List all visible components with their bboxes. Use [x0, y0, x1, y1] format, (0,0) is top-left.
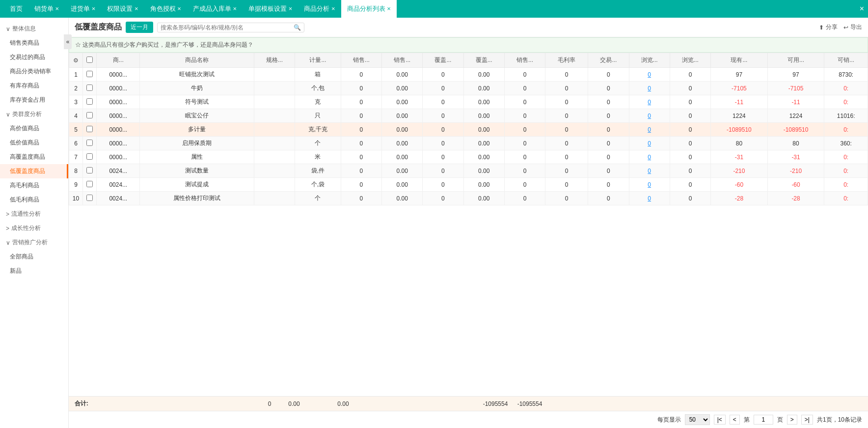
col-sales3[interactable]: 销售... — [504, 53, 545, 68]
last-page-button[interactable]: >| — [801, 415, 813, 425]
sidebar-group-flow[interactable]: > 流通性分析 — [0, 207, 68, 221]
row-checkbox[interactable] — [83, 95, 97, 109]
sidebar-item-high-value[interactable]: 高价值商品 — [0, 121, 68, 136]
table-container[interactable]: ⚙ 商... 商品名称 规格... 计量... 销售... 销售... 覆盖..… — [69, 53, 868, 396]
search-input[interactable] — [161, 24, 294, 31]
sidebar-item-category-rate[interactable]: 商品分类动销率 — [0, 64, 68, 79]
nav-product-analysis[interactable]: 商品分析 × — [298, 0, 341, 18]
col-view2[interactable]: 浏览... — [670, 53, 710, 68]
row-select-checkbox[interactable] — [86, 140, 93, 146]
row-checkbox[interactable] — [83, 123, 97, 137]
nav-sales[interactable]: 销货单 × — [28, 0, 65, 18]
sidebar-group-overall[interactable]: ∨ 整体信息 — [0, 22, 68, 36]
col-name[interactable]: 商品名称 — [140, 53, 254, 68]
row-select-checkbox[interactable] — [86, 85, 93, 91]
col-sales4[interactable]: 可销... — [824, 53, 868, 68]
sidebar-item-low-coverage[interactable]: 低覆盖度商品 — [0, 164, 68, 178]
col-view1[interactable]: 浏览... — [629, 53, 670, 68]
col-stock2[interactable]: 可用... — [767, 53, 824, 68]
row-select-checkbox[interactable] — [86, 153, 93, 160]
sidebar-item-low-value[interactable]: 低价值商品 — [0, 136, 68, 150]
col-trade[interactable]: 交易... — [588, 53, 629, 68]
row-checkbox[interactable] — [83, 178, 97, 192]
sidebar-item-inventory-funds[interactable]: 库存资金占用 — [0, 93, 68, 107]
row-view1[interactable]: 0 — [629, 82, 670, 95]
sidebar-group-growth[interactable]: > 成长性分析 — [0, 221, 68, 235]
row-select-checkbox[interactable] — [86, 195, 93, 201]
nav-purchase[interactable]: 进货单 × — [65, 0, 101, 18]
row-select-checkbox[interactable] — [86, 167, 93, 173]
row-select-checkbox[interactable] — [86, 71, 93, 77]
sidebar-item-all-products[interactable]: 全部商品 — [0, 250, 68, 264]
select-all-checkbox[interactable] — [86, 57, 93, 63]
row-view1[interactable]: 0 — [629, 109, 670, 123]
sidebar-item-high-margin[interactable]: 高毛利商品 — [0, 178, 68, 193]
sidebar-item-new-products[interactable]: 新品 — [0, 264, 68, 278]
col-stock1[interactable]: 现有... — [711, 53, 768, 68]
table-row[interactable]: 3 0000... 符号测试 克 0 0.00 0 0.00 0 0 0 0 0… — [69, 95, 868, 109]
row-select-checkbox[interactable] — [86, 181, 93, 187]
col-code[interactable]: 商... — [97, 53, 140, 68]
sidebar-collapse-button[interactable]: « — [64, 34, 72, 49]
row-view1[interactable]: 0 — [629, 178, 670, 192]
table-row[interactable]: 4 0000... 眠宝公仔 只 0 0.00 0 0.00 0 0 0 0 0… — [69, 109, 868, 123]
col-cover1[interactable]: 覆盖... — [423, 53, 463, 68]
sidebar-item-sales-products[interactable]: 销售类商品 — [0, 36, 68, 50]
row-checkbox[interactable] — [83, 164, 97, 178]
row-select-checkbox[interactable] — [86, 126, 93, 132]
col-settings[interactable]: ⚙ — [69, 53, 83, 68]
col-sales2[interactable]: 销售... — [382, 53, 423, 68]
nav-permissions[interactable]: 权限设置 × — [101, 0, 144, 18]
row-checkbox[interactable] — [83, 109, 97, 123]
row-view1[interactable]: 0 — [629, 68, 670, 82]
first-page-button[interactable]: |< — [714, 415, 726, 425]
search-box[interactable]: 🔍 — [157, 23, 304, 32]
row-checkbox[interactable] — [83, 137, 97, 150]
time-filter-button[interactable]: 近一月 — [126, 22, 153, 33]
row-select-checkbox[interactable] — [86, 112, 93, 118]
sidebar-group-marketing[interactable]: ∨ 营销推广分析 — [0, 235, 68, 250]
sidebar-group-cluster[interactable]: ∨ 类群度分析 — [0, 107, 68, 121]
col-spec[interactable]: 规格... — [254, 53, 295, 68]
prev-page-button[interactable]: < — [730, 415, 740, 425]
nav-analysis-list[interactable]: 商品分析列表 × — [341, 0, 397, 18]
col-unit[interactable]: 计量... — [295, 53, 341, 68]
page-number-input[interactable] — [754, 415, 773, 425]
row-view1[interactable]: 0 — [629, 164, 670, 178]
nav-home[interactable]: 首页 — [4, 0, 28, 18]
nav-template[interactable]: 单据模板设置 × — [243, 0, 298, 18]
row-checkbox[interactable] — [83, 150, 97, 164]
table-row[interactable]: 7 0000... 属性 米 0 0.00 0 0.00 0 0 0 0 0 -… — [69, 150, 868, 164]
table-row[interactable]: 10 0024... 属性价格打印测试 个 0 0.00 0 0.00 0 0 … — [69, 192, 868, 205]
table-row[interactable]: 2 0000... 牛奶 个,包 0 0.00 0 0.00 0 0 0 0 0… — [69, 82, 868, 95]
table-row[interactable]: 5 0000... 多计量 克,千克 0 0.00 0 0.00 0 0 0 0… — [69, 123, 868, 137]
row-checkbox[interactable] — [83, 68, 97, 82]
row-view1[interactable]: 0 — [629, 123, 670, 137]
sidebar-item-stock-products[interactable]: 有库存商品 — [0, 79, 68, 93]
export-button[interactable]: ↩ 导出 — [843, 23, 862, 31]
row-view1[interactable]: 0 — [629, 95, 670, 109]
sidebar-item-traded-products[interactable]: 交易过的商品 — [0, 50, 68, 64]
row-view1[interactable]: 0 — [629, 137, 670, 150]
row-select-checkbox[interactable] — [86, 98, 93, 105]
window-close-button[interactable]: × — [860, 4, 864, 13]
nav-finished-goods[interactable]: 产成品入库单 × — [187, 0, 243, 18]
table-row[interactable]: 9 0024... 测试提成 个,袋 0 0.00 0 0.00 0 0 0 0… — [69, 178, 868, 192]
table-row[interactable]: 6 0000... 启用保质期 个 0 0.00 0 0.00 0 0 0 0 … — [69, 137, 868, 150]
col-profit[interactable]: 毛利率 — [545, 53, 588, 68]
row-view1[interactable]: 0 — [629, 150, 670, 164]
sidebar-item-low-margin[interactable]: 低毛利商品 — [0, 193, 68, 207]
row-view1[interactable]: 0 — [629, 192, 670, 205]
col-cover2[interactable]: 覆盖... — [463, 53, 504, 68]
nav-role-auth[interactable]: 角色授权 × — [144, 0, 187, 18]
next-page-button[interactable]: > — [787, 415, 797, 425]
col-checkbox[interactable] — [83, 53, 97, 68]
table-row[interactable]: 1 0000... 旺铺批次测试 箱 0 0.00 0 0.00 0 0 0 0… — [69, 68, 868, 82]
sidebar-item-high-coverage[interactable]: 高覆盖度商品 — [0, 150, 68, 164]
per-page-select[interactable]: 50 20 100 200 — [685, 414, 710, 425]
row-checkbox[interactable] — [83, 82, 97, 95]
share-button[interactable]: ⬆ 分享 — [819, 23, 838, 31]
col-sales1[interactable]: 销售... — [341, 53, 381, 68]
table-row[interactable]: 8 0024... 测试数量 袋,件 0 0.00 0 0.00 0 0 0 0… — [69, 164, 868, 178]
row-checkbox[interactable] — [83, 192, 97, 205]
